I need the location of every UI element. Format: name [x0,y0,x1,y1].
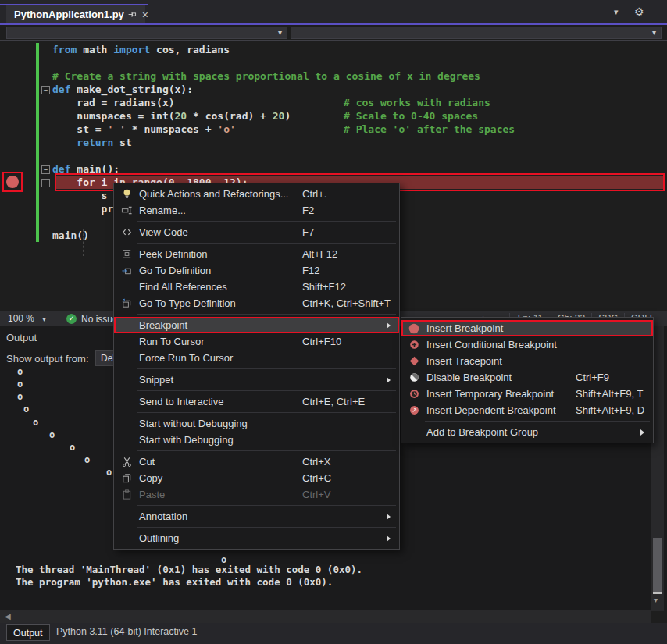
menu-item-label: Add to Breakpoint Group [426,426,576,438]
fold-marker-icon[interactable]: − [41,165,50,174]
menu-item-go-to-type-definition[interactable]: Go To Type DefinitionCtrl+K, Ctrl+Shift+… [114,295,399,311]
menu-item-go-to-definition[interactable]: Go To DefinitionF12 [114,262,399,279]
menu-separator [137,450,396,451]
menu-item-start-with-debugging[interactable]: Start with Debugging [114,432,399,448]
show-output-from-label: Show output from: [6,353,89,365]
code-segment: def [52,84,77,95]
fold-marker-icon[interactable]: − [41,179,50,187]
code-segment: rad = radians(x) [52,97,175,109]
tab-python-interactive[interactable]: Python 3.11 (64-bit) Interactive 1 [56,626,197,637]
menu-item-force-run-to-cursor[interactable]: Force Run To Cursor [114,350,399,366]
menu-separator [137,314,396,315]
output-dot: o [17,392,23,401]
submenu-arrow-icon [387,535,399,542]
menu-item-rename[interactable]: Rename...F2 [114,202,399,219]
menu-item-label: Go To Type Definition [139,297,302,309]
close-icon[interactable]: × [141,9,150,20]
bp-circle-icon [401,322,426,335]
menu-item-label: Insert Dependent Breakpoint [426,404,576,416]
menu-item-label: Insert Conditional Breakpoint [426,339,576,350]
menu-item-run-to-cursor[interactable]: Run To CursorCtrl+F10 [114,333,399,350]
menu-item-shortcut: F2 [302,205,387,216]
context-menu: Quick Actions and Refactorings...Ctrl+.R… [113,183,400,550]
menu-item-shortcut: Shift+Alt+F9, D [576,404,644,416]
code-segment: s [52,190,107,201]
menu-item-view-code[interactable]: View CodeF7 [114,224,399,240]
code-line[interactable]: def make_dot_string(x): [0,83,667,96]
code-line[interactable]: numspaces = int(20 * cos(rad) + 20)# Sca… [0,109,667,123]
menu-item-label: Snippet [139,374,302,386]
menu-item-label: Force Run To Cursor [139,352,302,364]
code-segment [52,137,77,148]
output-dot: o [84,455,90,464]
menu-item-insert-dependent-breakpoint[interactable]: Insert Dependent BreakpointShift+Alt+F9,… [401,402,653,418]
menu-item-label: Disable Breakpoint [426,372,576,383]
menu-item-quick-actions-and-refactorings[interactable]: Quick Actions and Refactorings...Ctrl+. [114,186,399,202]
menu-item-shortcut: Ctrl+C [302,472,387,484]
menu-item-cut[interactable]: CutCtrl+X [114,454,399,470]
cut-icon [114,456,139,468]
menu-item-shortcut: Ctrl+E, Ctrl+E [302,396,387,407]
menu-item-send-to-interactive[interactable]: Send to InteractiveCtrl+E, Ctrl+E [114,393,399,410]
menu-item-label: Cut [139,456,302,468]
code-line[interactable] [0,149,667,162]
menu-item-label: Start without Debugging [139,418,302,429]
gotodef-icon [114,265,139,276]
tab-output[interactable]: Output [6,624,50,641]
code-line[interactable]: def main(): [0,162,667,176]
code-segment: return [77,137,113,148]
code-segment: 'o' [217,123,235,135]
menu-item-label: Annotation [139,511,302,522]
code-segment: * cos(rad) + [187,110,273,122]
menu-item-copy[interactable]: CopyCtrl+C [114,470,399,486]
menu-item-breakpoint[interactable]: Breakpoint [114,317,399,333]
submenu-arrow-icon [640,429,653,436]
code-line[interactable] [0,56,667,69]
code-line[interactable]: return st [0,136,667,149]
menu-item-find-all-references[interactable]: Find All ReferencesShift+F12 [114,279,399,295]
code-line[interactable]: from math import cos, radians [0,43,667,56]
menu-item-annotation[interactable]: Annotation [114,508,399,525]
menu-item-insert-temporary-breakpoint[interactable]: Insert Temporary BreakpointShift+Alt+F9,… [401,386,653,402]
menu-item-insert-tracepoint[interactable]: Insert Tracepoint [401,353,653,369]
nav-dropdown-left[interactable]: ▾ [6,27,287,39]
document-tab[interactable]: PythonApplication1.py × [6,5,145,23]
menu-item-outlining[interactable]: Outlining [114,530,399,546]
code-segment: 20 [175,110,187,122]
tab-list-dropdown-icon[interactable]: ▾ [614,7,619,17]
output-dot: o [106,468,112,477]
menu-item-shortcut: Shift+Alt+F9, T [576,388,643,400]
menu-item-start-without-debugging[interactable]: Start without Debugging [114,415,399,432]
copy-icon [114,472,139,484]
scrollbar-thumb[interactable] [653,538,662,594]
pin-icon[interactable] [127,9,137,20]
bp-cond-icon [401,339,426,350]
code-segment: def [52,163,77,175]
gear-icon[interactable]: ⚙ [634,5,644,18]
menu-item-add-to-breakpoint-group[interactable]: Add to Breakpoint Group [401,424,653,440]
code-line[interactable]: st = ' ' * numspaces + 'o'# Place 'o' af… [0,123,667,136]
code-segment: pr [52,203,113,215]
menu-item-shortcut: Ctrl+K, Ctrl+Shift+T [302,297,391,309]
scroll-down-icon[interactable]: ▾ [654,596,658,604]
code-segment: * numspaces + [126,123,217,135]
menu-item-insert-breakpoint[interactable]: Insert Breakpoint [401,320,653,336]
check-icon[interactable]: ✓ [66,314,77,324]
code-line[interactable]: rad = radians(x)# cos works with radians [0,96,667,109]
output-dot: o [49,430,55,439]
scroll-left-icon[interactable]: ◀ [5,612,11,621]
fold-marker-icon[interactable]: − [41,86,50,94]
menu-item-insert-conditional-breakpoint[interactable]: Insert Conditional Breakpoint [401,336,653,353]
nav-dropdown-right[interactable]: ▾ [291,27,662,39]
zoom-control[interactable]: 100 % ▾ [8,313,46,324]
menu-item-disable-breakpoint[interactable]: Disable BreakpointCtrl+F9 [401,369,653,386]
menu-item-peek-definition[interactable]: Peek DefinitionAlt+F12 [114,246,399,262]
menu-item-snippet[interactable]: Snippet [114,372,399,388]
menu-item-shortcut: Ctrl+X [302,456,387,468]
output-panel-title: Output [6,332,37,343]
horizontal-scrollbar[interactable]: ◀ [0,610,651,623]
chevron-down-icon: ▾ [652,29,656,37]
output-dot: o [33,418,38,427]
code-line[interactable]: # Create a string with spaces proportion… [0,69,667,83]
menu-separator [137,368,396,369]
